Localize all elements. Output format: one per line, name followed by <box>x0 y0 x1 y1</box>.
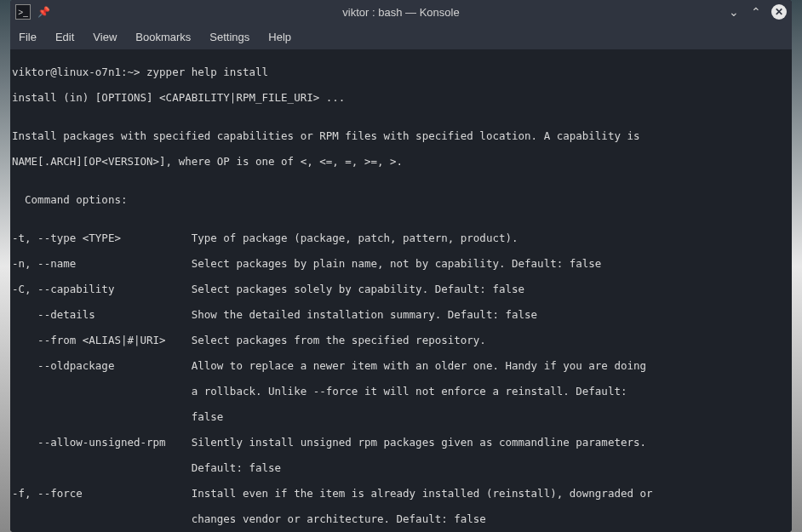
output-line: -C, --capability Select packages solely … <box>10 283 792 295</box>
output-line: --from <ALIAS|#|URI> Select packages fro… <box>10 334 792 346</box>
terminal-output[interactable]: viktor@linux-o7n1:~> zypper help install… <box>10 49 792 532</box>
output-line: --allow-unsigned-rpm Silently install un… <box>10 436 792 449</box>
menubar: File Edit View Bookmarks Settings Help <box>10 24 792 49</box>
konsole-window: >_ 📌 viktor : bash — Konsole ⌄ ⌃ ✕ File … <box>10 0 792 532</box>
prompt-line: viktor@linux-o7n1:~> zypper help install <box>10 66 792 78</box>
menu-file[interactable]: File <box>19 31 37 43</box>
shell-prompt: viktor@linux-o7n1:~> <box>12 66 140 78</box>
pin-icon[interactable]: 📌 <box>37 6 50 18</box>
titlebar: >_ 📌 viktor : bash — Konsole ⌄ ⌃ ✕ <box>10 0 792 24</box>
menu-bookmarks[interactable]: Bookmarks <box>135 31 191 43</box>
titlebar-left: >_ 📌 <box>15 4 50 20</box>
menu-help[interactable]: Help <box>268 31 291 43</box>
output-line: --details Show the detailed installation… <box>10 308 792 321</box>
menu-view[interactable]: View <box>93 31 117 43</box>
output-line: -t, --type <TYPE> Type of package (packa… <box>10 232 792 244</box>
output-line: -n, --name Select packages by plain name… <box>10 257 792 270</box>
output-line: Default: false <box>10 461 792 474</box>
titlebar-right: ⌄ ⌃ ✕ <box>727 4 787 20</box>
output-line: Command options: <box>10 193 792 206</box>
output-line: -f, --force Install even if the item is … <box>10 487 792 500</box>
output-line: Install packages with specified capabili… <box>10 129 792 142</box>
terminal-app-icon: >_ <box>15 4 31 20</box>
maximize-button[interactable]: ⌃ <box>749 5 763 19</box>
menu-settings[interactable]: Settings <box>209 31 249 43</box>
close-button[interactable]: ✕ <box>771 4 787 20</box>
minimize-button[interactable]: ⌄ <box>727 5 741 19</box>
output-line: --oldpackage Allow to replace a newer it… <box>10 359 792 372</box>
menu-edit[interactable]: Edit <box>55 31 74 43</box>
output-line: install (in) [OPTIONS] <CAPABILITY|RPM_F… <box>10 91 792 104</box>
command-text: zypper help install <box>140 66 269 78</box>
window-title: viktor : bash — Konsole <box>342 6 459 19</box>
output-line: false <box>10 410 792 423</box>
output-line: a rollback. Unlike --force it will not e… <box>10 385 792 398</box>
output-line: changes vendor or architecture. Default:… <box>10 512 792 525</box>
output-line: NAME[.ARCH][OP<VERSION>], where OP is on… <box>10 155 792 168</box>
